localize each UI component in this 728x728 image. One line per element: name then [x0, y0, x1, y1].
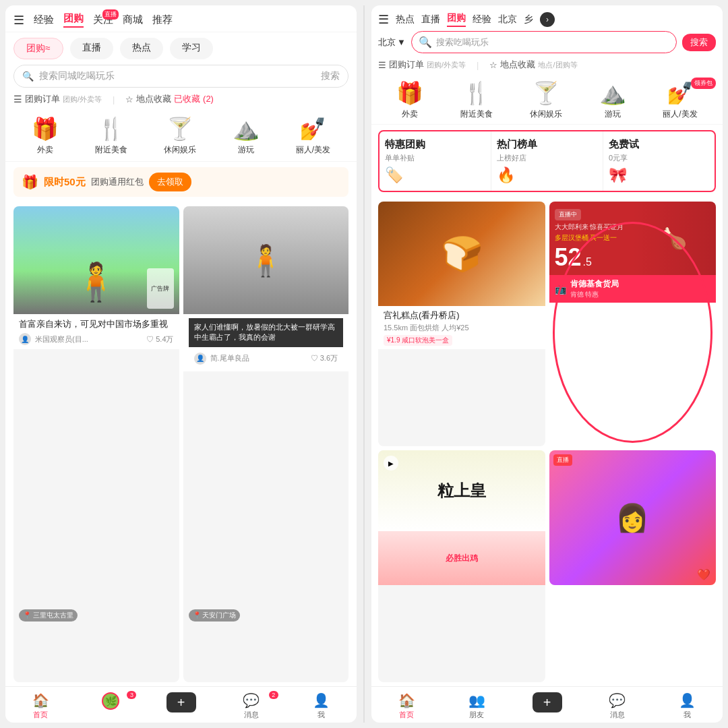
nav-mall[interactable]: 商城	[123, 13, 143, 26]
sub-tab-hot[interactable]: 热点	[120, 38, 163, 59]
right-order-label: 团购订单	[389, 59, 424, 71]
person-figure: 🧍	[247, 243, 284, 278]
saved-item[interactable]: ☆ 地点收藏 已收藏 (2)	[125, 93, 214, 105]
live-card-badge: 直播	[553, 454, 572, 466]
right-icon-delivery[interactable]: 🎁 外卖	[396, 80, 423, 120]
right-search-placeholder: 搜索吃喝玩乐	[436, 36, 669, 49]
play-button-icon[interactable]: ▶	[384, 456, 398, 471]
kfc-sub: 肯德 特惠	[570, 290, 619, 299]
nav-group-buy[interactable]: 团购	[63, 12, 84, 28]
right-search-button[interactable]: 搜索	[682, 34, 716, 51]
nav-follow[interactable]: 关注 直播	[93, 13, 113, 26]
food-card[interactable]: 🍞 宫礼糕点(看丹桥店) 15.5km 面包烘焙 人均¥25 ¥1.9 咸口软泡…	[378, 202, 545, 446]
phone-divider	[363, 5, 365, 723]
left-top-nav: ☰ 经验 团购 关注 直播 商城 推荐	[5, 5, 357, 32]
left-search-bar[interactable]: 🔍 搜索同城吃喝玩乐 搜索	[13, 65, 348, 88]
promo-box-hot[interactable]: 热门榜单 上榜好店 🔥	[491, 131, 603, 191]
food-promo-tag: ¥1.9 咸口软泡美一盒	[384, 335, 452, 346]
right-bottom-messages[interactable]: 💬 消息	[582, 692, 653, 720]
leisure-label: 休闲娱乐	[164, 144, 196, 156]
right-nav-groupbuy[interactable]: 团购	[447, 12, 466, 27]
right-order-item[interactable]: ☰ 团购订单 团购/外卖等	[378, 59, 466, 71]
right-beauty-emoji: 💅	[667, 80, 694, 106]
video-card[interactable]: 粒上皇 ▶ 必胜出鸡	[378, 450, 545, 682]
card-avatar-2: 👤	[194, 353, 206, 365]
right-divider: |	[477, 60, 479, 70]
sub-tab-live[interactable]: 直播	[70, 38, 113, 59]
left-bottom-nav: 🏠 首页 🌿 3 + 💬 2 消息 👤 我	[5, 686, 357, 723]
promo-claim-button[interactable]: 去领取	[149, 173, 191, 191]
me-icon: 👤	[313, 692, 330, 708]
promo-box-special[interactable]: 特惠团购 单单补贴 🏷️	[380, 131, 491, 191]
right-bottom-friends[interactable]: 👥 朋友	[442, 692, 512, 720]
right-me-icon: 👤	[679, 692, 696, 708]
right-nav-more[interactable]: 乡	[524, 13, 533, 26]
content-card-2[interactable]: 🧍 📍 天安门广场 家人们谁懂啊，放暑假的北大被一群研学高中生霸占了，我真的会谢…	[183, 206, 349, 682]
card-info-2: 家人们谁懂啊，放暑假的北大被一群研学高中生霸占了，我真的会谢 👤 简.尾单良品 …	[183, 314, 349, 371]
icon-leisure[interactable]: 🍸 休闲娱乐	[164, 116, 196, 156]
left-content-grid: 🧍 广告牌 📍 三里屯太古里 首富亲自来访，可见对中国市场多重视 👤 米国观察员…	[5, 202, 357, 686]
sub-tab-groupbuy[interactable]: 团购≈	[13, 38, 63, 59]
card-author-2: 简.尾单良品	[210, 353, 249, 363]
promo-icon: 🎁	[22, 174, 38, 190]
home-label: 首页	[33, 710, 48, 720]
right-order-icon: ☰	[378, 60, 386, 70]
right-bottom-me[interactable]: 👤 我	[653, 692, 723, 720]
bottom-nav-me[interactable]: 👤 我	[286, 692, 357, 720]
icon-nearby-food[interactable]: 🍴 附近美食	[95, 116, 127, 156]
right-icon-play[interactable]: ⛰️ 游玩	[599, 80, 626, 120]
right-search-icon: 🔍	[419, 36, 432, 49]
icon-delivery[interactable]: 🎁 外卖	[32, 116, 59, 156]
order-item[interactable]: ☰ 团购订单 团购/外卖等	[13, 93, 102, 105]
nav-recommend[interactable]: 推荐	[152, 13, 173, 26]
food-label: 附近美食	[95, 144, 127, 156]
menu-icon[interactable]: ☰	[13, 13, 24, 28]
right-nav-beijing[interactable]: 北京	[498, 13, 517, 26]
promo-box-free[interactable]: 免费试 0元享 🎀	[603, 131, 715, 191]
card-meta-1: 👤 米国观察员(目... ♡ 5.4万	[19, 333, 174, 345]
add-button[interactable]: +	[166, 692, 196, 712]
promo-section: 特惠团购 单单补贴 🏷️ 热门榜单 上榜好店 🔥 免费试 0元享 🎀	[378, 130, 716, 192]
bottom-nav-profile[interactable]: 🌿 3	[75, 692, 146, 720]
right-saved-item[interactable]: ☆ 地点收藏 地点/团购等	[489, 59, 577, 71]
sub-tab-learn[interactable]: 学习	[170, 38, 213, 59]
like-icon: ❤️	[697, 568, 710, 581]
right-messages-icon: 💬	[609, 692, 626, 708]
card-likes-2: ♡ 3.6万	[311, 353, 338, 363]
right-phone: ☰ 热点 直播 团购 经验 北京 乡 › 北京 ▼ 🔍 搜索吃喝玩乐 搜索 ☰ …	[371, 5, 723, 723]
content-card-1[interactable]: 🧍 广告牌 📍 三里屯太古里 首富亲自来访，可见对中国市场多重视 👤 米国观察员…	[13, 206, 179, 682]
delivery-label: 外卖	[37, 144, 53, 156]
coupon-badge[interactable]: 领券包	[691, 78, 716, 89]
icon-beauty[interactable]: 💅 丽人/美发	[296, 116, 330, 156]
promo-free-sub: 0元享	[609, 153, 709, 163]
kfc-image-area: 🍗	[632, 202, 716, 275]
right-content-grid: 🍞 宫礼糕点(看丹桥店) 15.5km 面包烘焙 人均¥25 ¥1.9 咸口软泡…	[371, 198, 723, 686]
right-icons-grid: 🎁 外卖 🍴 附近美食 🍸 休闲娱乐 ⛰️ 游玩 💅 丽人/美发 领券包	[371, 76, 723, 125]
location-button[interactable]: 北京 ▼	[378, 36, 406, 49]
icon-play[interactable]: ⛰️ 游玩	[233, 116, 260, 156]
live-badge: 直播	[102, 9, 119, 20]
video-sub-area: 必胜出鸡	[378, 531, 545, 585]
search-button[interactable]: 搜索	[321, 70, 340, 82]
card-location-2: 📍 天安门广场	[189, 609, 241, 621]
right-bottom-home[interactable]: 🏠 首页	[371, 692, 442, 720]
right-nav-hot[interactable]: 热点	[396, 13, 415, 26]
live-card[interactable]: 👩 直播 ❤️	[549, 450, 717, 585]
order-sub: 团购/外卖等	[63, 94, 102, 104]
right-icon-leisure[interactable]: 🍸 休闲娱乐	[530, 80, 562, 120]
bottom-nav-add[interactable]: +	[146, 692, 216, 720]
right-menu-icon[interactable]: ☰	[378, 12, 389, 27]
bottom-nav-messages[interactable]: 💬 2 消息	[216, 692, 286, 720]
right-nav-live[interactable]: 直播	[421, 13, 440, 26]
right-add-button[interactable]: +	[533, 692, 562, 712]
food-card-image: 🍞	[378, 202, 545, 306]
more-button[interactable]: ›	[540, 12, 555, 27]
kfc-card[interactable]: 直播中 大大郎利来 惊喜买证月 多层汉堡桶 买一送一 52 .5 🍗 📺 肯德基…	[549, 202, 717, 446]
promo-free-icon: 🎀	[609, 166, 709, 184]
right-nav-experience[interactable]: 经验	[473, 13, 491, 26]
right-search-bar[interactable]: 🔍 搜索吃喝玩乐	[411, 31, 677, 53]
bottom-nav-home[interactable]: 🏠 首页	[5, 692, 75, 720]
right-icon-food[interactable]: 🍴 附近美食	[460, 80, 493, 120]
right-bottom-add[interactable]: +	[512, 692, 582, 720]
nav-experience[interactable]: 经验	[34, 13, 54, 26]
